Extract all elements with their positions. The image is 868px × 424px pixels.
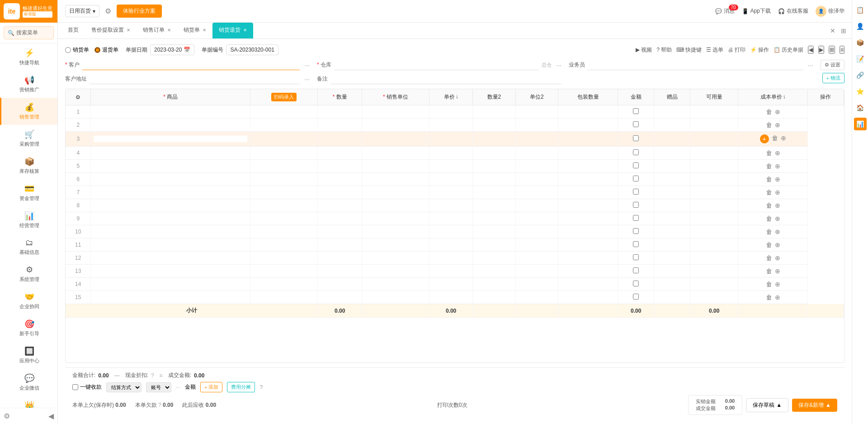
toolbar-video[interactable]: ▶ 视频 [636,46,652,54]
row-1-qty[interactable] [250,105,318,119]
row-13-amount[interactable] [558,265,618,278]
row-7-pack-qty[interactable] [515,186,558,199]
row-12-unit-price[interactable] [362,252,429,265]
delete-row-icon-7[interactable]: 🗑 [766,189,772,196]
row-8-gift[interactable] [618,199,654,212]
row-14-unit2[interactable] [473,278,516,291]
row-3-sales-unit[interactable] [318,132,362,147]
row-9-unit2[interactable] [473,212,516,225]
row-12-qty[interactable] [250,252,318,265]
row-9-qty2[interactable] [429,212,473,225]
row-4-unit-price[interactable] [362,147,429,160]
right-panel-btn-5[interactable]: 🔗 [854,69,867,81]
row-6-pack-qty[interactable] [515,173,558,186]
row-3-available[interactable] [654,132,690,147]
row-10-pack-qty[interactable] [515,225,558,238]
row-4-qty[interactable] [250,147,318,160]
return-radio-input[interactable] [94,47,100,53]
copy-row-icon-2[interactable]: ⊕ [775,121,780,129]
row-13-qty[interactable] [250,265,318,278]
row-14-unit-price[interactable] [362,278,429,291]
row-6-qty[interactable] [250,173,318,186]
gift-checkbox-8[interactable] [633,202,639,208]
row-9-amount[interactable] [558,212,618,225]
row-15-qty[interactable] [250,291,318,304]
right-panel-btn-6[interactable]: ⭐ [854,85,867,98]
row-13-available[interactable] [654,265,690,278]
add-logistics-button[interactable]: + 物流 [822,73,844,83]
row-6-available[interactable] [654,173,690,186]
gift-checkbox-3[interactable] [633,135,639,141]
tab-sales-delivery[interactable]: 销货单 ✕ [177,23,212,38]
fee-split-button[interactable]: 费用分摊 [227,382,255,392]
row-10-qty2[interactable] [429,225,473,238]
row-4-unit2[interactable] [473,147,516,160]
row-2-qty2[interactable] [429,119,473,132]
delete-row-icon-2[interactable]: 🗑 [766,121,772,129]
row-13-cost-price[interactable] [690,265,738,278]
row-11-cost-price[interactable] [690,238,738,252]
row-14-pack-qty[interactable] [515,278,558,291]
row-5-qty2[interactable] [429,160,473,173]
row-6-qty2[interactable] [429,173,473,186]
sidebar-item-wechat[interactable]: 💬 企业微信 [0,369,57,396]
delete-row-icon-15[interactable]: 🗑 [766,294,772,301]
tab-close-sales-delivery[interactable]: ✕ [203,28,206,33]
row-12-sales-unit[interactable] [318,252,362,265]
row-1-qty2[interactable] [429,105,473,119]
row-1-unit-price[interactable] [362,105,429,119]
row-15-sales-unit[interactable] [318,291,362,304]
row-13-unit2[interactable] [473,265,516,278]
sidebar-item-member[interactable]: 👑 畅会员 [0,396,57,408]
copy-row-icon-10[interactable]: ⊕ [775,228,780,235]
doc-date-input[interactable]: 2023-03-20 📅 [150,44,194,55]
row-10-product[interactable] [91,225,250,238]
row-8-cost-price[interactable] [690,199,738,212]
add-payment-button[interactable]: + 添加 [200,382,222,392]
copy-row-icon-12[interactable]: ⊕ [775,254,780,262]
copy-row-icon-13[interactable]: ⊕ [775,267,780,275]
row-5-unit-price[interactable] [362,160,429,173]
copy-row-icon-8[interactable]: ⊕ [775,202,780,209]
row-4-cost-price[interactable] [690,147,738,160]
row-13-product[interactable] [91,265,250,278]
sidebar-item-apps[interactable]: 🔲 应用中心 [0,342,57,369]
row-15-unit2[interactable] [473,291,516,304]
row-12-unit2[interactable] [473,252,516,265]
row-15-unit-price[interactable] [362,291,429,304]
row-1-sales-unit[interactable] [318,105,362,119]
search-menu-button[interactable]: 🔍 搜索菜单 [4,26,54,39]
row-2-amount[interactable] [558,119,618,132]
customer-input[interactable] [82,60,300,70]
tab-home[interactable]: 首页 [61,23,85,38]
row-7-amount[interactable] [558,186,618,199]
row-5-gift[interactable] [618,160,654,173]
toolbar-prev-button[interactable]: ◀ [808,46,814,54]
row-9-qty[interactable] [250,212,318,225]
copy-row-icon-11[interactable]: ⊕ [775,241,780,248]
row-6-unit2[interactable] [473,173,516,186]
tab-close-sales-return[interactable]: ✕ [243,28,247,33]
row-9-available[interactable] [654,212,690,225]
row-5-sales-unit[interactable] [318,160,362,173]
delete-row-icon-9[interactable]: 🗑 [766,215,772,222]
delete-row-icon-10[interactable]: 🗑 [766,228,772,235]
row-8-unit2[interactable] [473,199,516,212]
tab-sales-return[interactable]: 销货退货 ✕ [212,23,253,38]
row-11-sales-unit[interactable] [318,238,362,252]
delete-row-icon-11[interactable]: 🗑 [766,241,772,248]
payment-checkbox[interactable]: 一键收款 [72,383,102,391]
sidebar-item-newuser[interactable]: 🎯 新手引导 [0,314,57,342]
row-10-cost-price[interactable] [690,225,738,238]
row-12-product[interactable] [91,252,250,265]
salesperson-input[interactable] [588,60,803,70]
right-panel-btn-3[interactable]: 📦 [854,36,867,49]
salesperson-select-icon[interactable]: ··· [808,62,813,69]
sidebar-item-operations[interactable]: 📊 经营管理 [0,206,57,233]
row-14-amount[interactable] [558,278,618,291]
row-12-cost-price[interactable] [690,252,738,265]
toolbar-operations[interactable]: ⚡ 操作 [750,46,769,54]
row-3-qty2[interactable] [429,132,473,147]
row-2-pack-qty[interactable] [515,119,558,132]
copy-row-icon-1[interactable]: ⊕ [775,108,780,115]
